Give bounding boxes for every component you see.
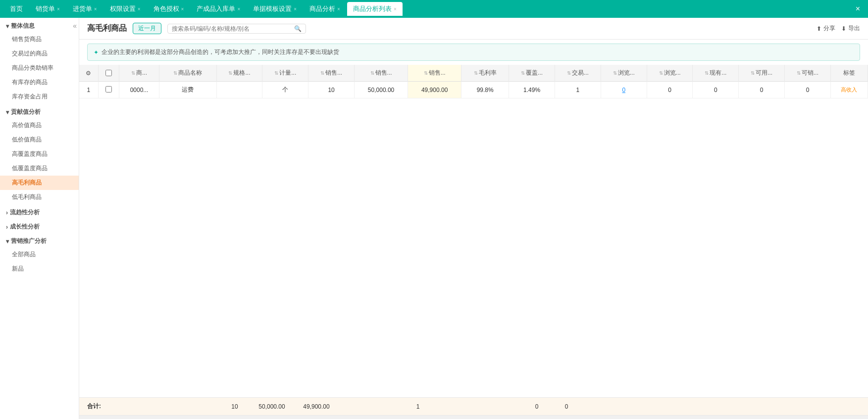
top-nav: 首页 销货单 × 进货单 × 权限设置 × 角色授权 × 产成品入库单 × 单据…: [0, 0, 868, 18]
nav-tab-analysis-list[interactable]: 商品分析列表 ×: [347, 2, 403, 16]
sidebar-group-contribution[interactable]: ▾ 贡献值分析: [0, 104, 79, 118]
sort-icon[interactable]: ⇅: [173, 70, 177, 76]
cell-sales-amount: 50,000.00: [355, 82, 408, 98]
summary-coverage: [373, 403, 403, 410]
search-icon[interactable]: 🔍: [294, 25, 302, 32]
nav-tab-role[interactable]: 角色授权 ×: [148, 2, 190, 16]
close-icon[interactable]: ×: [237, 6, 240, 12]
cell-sales-profit: 49,900.00: [408, 82, 461, 98]
sidebar-item-in-stock-goods[interactable]: 有库存的商品: [0, 75, 79, 90]
sort-icon[interactable]: ⇅: [613, 70, 617, 76]
sort-icon[interactable]: ⇅: [567, 70, 571, 76]
sort-icon[interactable]: ⇅: [751, 70, 755, 76]
info-icon: ✦: [94, 49, 99, 56]
search-box: 🔍: [167, 24, 306, 34]
chevron-down-icon: ▾: [6, 109, 9, 116]
summary-qty-value: 10: [220, 403, 250, 410]
nav-tab-analysis[interactable]: 商品分析 ×: [304, 2, 346, 16]
row-checkbox[interactable]: [105, 86, 112, 93]
cell-saleable: 0: [785, 82, 831, 98]
close-icon[interactable]: ×: [57, 6, 60, 12]
share-button[interactable]: ⬆ 分享: [817, 24, 835, 33]
summary-browse2: [462, 403, 492, 410]
window-close-button[interactable]: ×: [852, 4, 864, 13]
sidebar-group-overall[interactable]: ▾ 整体信息: [0, 18, 79, 32]
chevron-right-icon: ›: [6, 224, 8, 231]
sidebar-item-stock-capital[interactable]: 库存资金占用: [0, 90, 79, 104]
sort-icon[interactable]: ⇅: [705, 70, 709, 76]
sidebar-group-growth[interactable]: › 成长性分析: [0, 219, 79, 233]
sort-icon[interactable]: ⇅: [424, 70, 428, 76]
col-header-tag: 标签: [830, 65, 868, 82]
info-banner: ✦ 企业的主要的利润都是这部分商品创造的，可考虑加大推广，同时关注库存是不要出现…: [87, 44, 860, 61]
sidebar-item-new-goods[interactable]: 新品: [0, 262, 79, 276]
nav-tab-purchase[interactable]: 进货单 ×: [67, 2, 103, 16]
data-table: ⚙ ⇅ 商...: [79, 65, 868, 98]
sidebar-item-all-goods[interactable]: 全部商品: [0, 247, 79, 262]
cell-tag: 高收入: [830, 82, 868, 98]
sort-icon[interactable]: ⇅: [370, 70, 374, 76]
sidebar-group-trend[interactable]: › 流趋性分析: [0, 204, 79, 219]
summary-saleable-value: 0: [552, 403, 581, 410]
sidebar-item-traded-goods[interactable]: 交易过的商品: [0, 47, 79, 61]
sidebar-item-low-value[interactable]: 低价值商品: [0, 133, 79, 147]
close-icon[interactable]: ×: [337, 6, 340, 12]
sort-icon[interactable]: ⇅: [797, 70, 801, 76]
content-area: 高毛利商品 近一月 🔍 ⬆ 分享 ⬇ 导出 ✦ 企业的主要的利润都是这部分商品创…: [79, 18, 868, 419]
sidebar-item-high-margin[interactable]: 高毛利商品: [0, 176, 79, 190]
col-header-available-stock: ⇅ 可用...: [739, 65, 785, 82]
header-actions: ⬆ 分享 ⬇ 导出: [817, 24, 860, 33]
close-icon[interactable]: ×: [181, 6, 184, 12]
cell-spec: [216, 82, 262, 98]
close-icon[interactable]: ×: [394, 6, 397, 12]
cell-checkbox[interactable]: [98, 82, 119, 98]
sidebar-collapse-button[interactable]: «: [73, 22, 77, 30]
sidebar-item-sales-goods[interactable]: 销售货商品: [0, 32, 79, 47]
sort-icon[interactable]: ⇅: [659, 70, 663, 76]
settings-icon[interactable]: ⚙: [86, 70, 91, 77]
summary-profit-value: 49,900.00: [294, 403, 339, 410]
close-icon[interactable]: ×: [294, 6, 297, 12]
close-icon[interactable]: ×: [138, 6, 141, 12]
horizontal-scrollbar[interactable]: [79, 415, 868, 419]
sidebar-item-high-value[interactable]: 高价值商品: [0, 118, 79, 133]
sort-icon[interactable]: ⇅: [474, 70, 478, 76]
search-input[interactable]: [172, 25, 292, 32]
cell-name: 运费: [159, 82, 216, 98]
nav-tab-sales[interactable]: 销货单 ×: [30, 2, 66, 16]
summary-available-value: 0: [522, 403, 552, 410]
cell-sales-qty: 10: [308, 82, 355, 98]
footer-summary: 合计: 10 50,000.00 49,900.00 1 0 0: [79, 397, 868, 415]
sidebar-group-marketing[interactable]: ▾ 营销推广分析: [0, 233, 79, 247]
col-header-current-stock: ⇅ 现有...: [693, 65, 739, 82]
nav-tab-template[interactable]: 单据模板设置 ×: [247, 2, 303, 16]
sidebar-item-category-sales-rate[interactable]: 商品分类助销率: [0, 61, 79, 75]
sidebar-item-high-coverage[interactable]: 高覆盖度商品: [0, 147, 79, 161]
col-header-browse2: ⇅ 浏览...: [647, 65, 693, 82]
cell-browse1[interactable]: 0: [601, 82, 647, 98]
content-header: 高毛利商品 近一月 🔍 ⬆ 分享 ⬇ 导出: [79, 18, 868, 40]
nav-tab-home[interactable]: 首页: [4, 2, 29, 16]
sidebar-item-low-margin[interactable]: 低毛利商品: [0, 190, 79, 204]
sort-icon[interactable]: ⇅: [521, 70, 525, 76]
select-all-checkbox[interactable]: [105, 70, 112, 76]
sort-icon[interactable]: ⇅: [228, 70, 232, 76]
export-button[interactable]: ⬇ 导出: [841, 24, 860, 33]
nav-tab-product-inbound[interactable]: 产成品入库单 ×: [191, 2, 246, 16]
main-layout: « ▾ 整体信息 销售货商品 交易过的商品 商品分类助销率 有库存的商品 库存资…: [0, 18, 868, 419]
share-icon: ⬆: [817, 25, 821, 32]
filter-recent-month-button[interactable]: 近一月: [133, 23, 161, 34]
sort-icon[interactable]: ⇅: [320, 70, 324, 76]
sort-icon[interactable]: ⇅: [131, 70, 135, 76]
summary-browse1: [433, 403, 462, 410]
nav-tab-permission[interactable]: 权限设置 ×: [104, 2, 147, 16]
sidebar-item-low-coverage[interactable]: 低覆盖度商品: [0, 161, 79, 176]
sort-icon[interactable]: ⇅: [274, 70, 278, 76]
sidebar: « ▾ 整体信息 销售货商品 交易过的商品 商品分类助销率 有库存的商品 库存资…: [0, 18, 79, 419]
close-icon[interactable]: ×: [94, 6, 97, 12]
col-header-spec: ⇅ 规格...: [216, 65, 262, 82]
cell-available-stock: 0: [739, 82, 785, 98]
chevron-right-icon: ›: [6, 209, 8, 216]
summary-sales-qty: [111, 403, 190, 410]
page-title: 高毛利商品: [87, 23, 127, 34]
